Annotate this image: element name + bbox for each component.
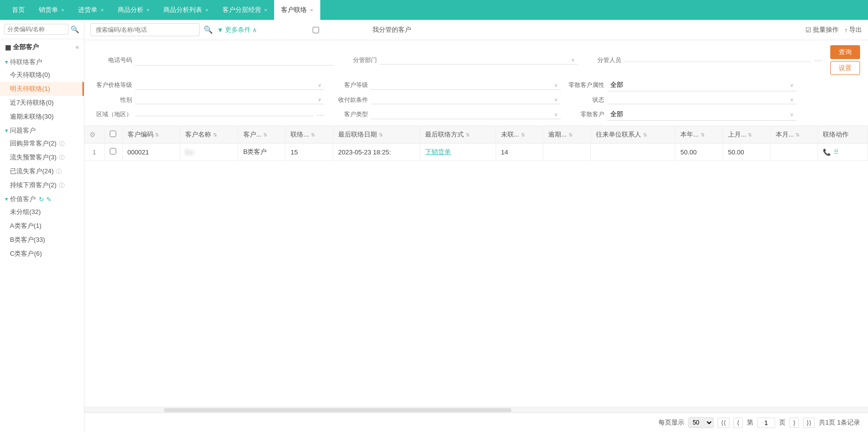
close-product-analysis-tab[interactable]: × (146, 7, 149, 13)
chevron-down-icon2: ∨ (318, 82, 321, 88)
filter-value-level-select[interactable]: ∨ (135, 81, 324, 90)
sidebar-search-area: 🔍 (0, 20, 84, 39)
action-phone-icon[interactable]: 📞 (823, 148, 831, 156)
sidebar-item-class-c[interactable]: C类客户(6) (0, 247, 84, 261)
filter-dept-select[interactable]: ∨ (380, 56, 578, 65)
row-checkbox[interactable] (110, 148, 116, 154)
filter-region-dots[interactable]: ··· (317, 111, 325, 119)
action-more-icon[interactable]: ⠿ (834, 148, 839, 156)
sidebar-item-repurchase[interactable]: 回购异常客户(2) ⓘ (0, 137, 84, 150)
filter-person-select[interactable] (624, 59, 811, 62)
close-customer-segment-tab[interactable]: × (264, 7, 267, 13)
sidebar-item-class-a[interactable]: A类客户(1) (0, 219, 84, 233)
prev-page-button[interactable]: ⟨ (733, 418, 743, 428)
row-contact-count: 15 (286, 144, 333, 161)
filter-row-1: 电话号码 分管部门 ∨ 分管人员 ··· (92, 45, 860, 75)
nav-home[interactable]: 首页 (5, 0, 32, 20)
sidebar-search-icon[interactable]: 🔍 (71, 25, 79, 33)
nav-purchase[interactable]: 进货单 × (71, 0, 110, 20)
scrollbar-thumb[interactable] (164, 408, 511, 412)
col-name[interactable]: 客户名称 (180, 126, 238, 144)
col-last-method[interactable]: 最后联络方式 (420, 126, 496, 144)
nav-customer-contact[interactable]: 客户联络 × (274, 0, 320, 20)
col-last-month[interactable]: 上月... (723, 126, 771, 144)
search-input[interactable] (90, 23, 200, 36)
filter-person-field: 分管人员 ··· (581, 56, 822, 65)
filter-customer-level-field: 客户等级 ∨ (328, 81, 560, 90)
filter-status-select[interactable]: ∨ (607, 95, 796, 104)
first-page-button[interactable]: ⟨⟨ (718, 418, 729, 428)
row-last-method[interactable]: 下销货单 (420, 144, 496, 161)
col-code[interactable]: 客户编码 (122, 126, 180, 144)
col-this-month[interactable]: 本月... (770, 126, 818, 144)
filter-customer-type-select[interactable]: ∨ (371, 110, 560, 119)
search-button[interactable]: 🔍 (204, 25, 213, 34)
nav-sales[interactable]: 销货单 × (32, 0, 71, 20)
per-page-label: 每页显示 (658, 418, 684, 427)
sidebar-item-today[interactable]: 今天待联络(0) (0, 68, 84, 82)
filter-action-buttons: 查询 设置 (830, 45, 860, 75)
close-product-list-tab[interactable]: × (205, 7, 208, 13)
sidebar-group-problem[interactable]: 问题客户 (0, 124, 84, 137)
filter-chevron-icon: ∧ (252, 26, 257, 34)
sidebar-item-tomorrow[interactable]: 明天待联络(1) (0, 82, 84, 96)
toolbar: 🔍 ▼ 更多条件 ∧ 我分管的客户 ☑ 批量操作 ↑ 导出 (84, 20, 868, 40)
close-sales-tab[interactable]: × (61, 7, 64, 13)
row-unlink-days: 14 (496, 144, 543, 161)
sidebar-item-lost[interactable]: 已流失客户(24) ⓘ (0, 164, 84, 178)
sidebar-item-ungrouped[interactable]: 未分组(32) (0, 205, 84, 219)
col-last-date[interactable]: 最后联络日期 (333, 126, 420, 144)
col-overdue[interactable]: 逾期... (543, 126, 591, 144)
filter-gender-select[interactable]: ∨ (135, 95, 324, 104)
row-actions-cell: 📞 ⠿ (818, 144, 868, 161)
sidebar-search-input[interactable] (4, 24, 69, 35)
filter-customer-level-select[interactable]: ∨ (371, 81, 560, 90)
sidebar-item-overdue[interactable]: 逾期未联络(30) (0, 110, 84, 124)
filter-more-button[interactable]: ▼ 更多条件 ∧ (217, 25, 257, 34)
filter-region-select[interactable] (135, 113, 313, 116)
bulk-ops-button[interactable]: ☑ 批量操作 (805, 25, 839, 34)
row-num: 1 (84, 144, 104, 161)
last-method-link[interactable]: 下销货单 (425, 148, 451, 155)
col-type[interactable]: 客户... (238, 126, 286, 144)
export-button[interactable]: ↑ 导出 (845, 25, 863, 34)
next-page-button[interactable]: ⟩ (790, 418, 799, 428)
reset-button[interactable]: 设置 (830, 61, 860, 75)
sidebar-item-churn-warning[interactable]: 流失预警客户(3) ⓘ (0, 150, 84, 164)
filter-phone-input[interactable] (135, 55, 333, 66)
nav-customer-segment[interactable]: 客户分层经营 × (216, 0, 274, 20)
filter-value-level-field: 客户价格等级 ∨ (92, 81, 324, 90)
filter-retail-customer-select[interactable]: 全部 ∨ (607, 108, 796, 121)
query-button[interactable]: 查询 (830, 45, 860, 59)
my-customers-checkbox-label[interactable]: 我分管的客户 (261, 25, 411, 34)
filter-payment-select[interactable]: ∨ (371, 95, 560, 104)
sidebar-item-declining[interactable]: 持续下滑客户(2) ⓘ (0, 178, 84, 192)
table-select-all[interactable] (110, 131, 116, 137)
filter-payment-field: 收付款条件 ∨ (328, 95, 560, 104)
col-year[interactable]: 本年... (675, 126, 723, 144)
nav-product-list[interactable]: 商品分析列表 × (156, 0, 215, 20)
last-page-button[interactable]: ⟩⟩ (803, 418, 815, 428)
table-settings-icon[interactable]: ⚙ (89, 131, 96, 139)
per-page-select[interactable]: 50 100 200 (688, 417, 714, 428)
customer-table: ⚙ 客户编码 客户名称 客户... (84, 126, 868, 161)
close-customer-contact-tab[interactable]: × (310, 7, 313, 13)
sidebar-item-7days[interactable]: 近7天待联络(0) (0, 96, 84, 110)
sidebar-all-customers[interactable]: ▦ 全部客户 « (0, 39, 84, 55)
col-contact[interactable]: 联络... (286, 126, 333, 144)
filter-status-field: 状态 ∨ (565, 95, 796, 104)
row-code: 000021 (122, 144, 180, 161)
filter-person-dots[interactable]: ··· (815, 56, 822, 64)
my-customers-checkbox[interactable] (261, 27, 370, 33)
page-number-input[interactable] (757, 418, 775, 428)
close-purchase-tab[interactable]: × (100, 7, 103, 13)
col-unlinkdays[interactable]: 未联... (496, 126, 543, 144)
nav-product-analysis[interactable]: 商品分析 × (111, 0, 156, 20)
filter-retail-attr-select[interactable]: 全部 ∨ (607, 79, 796, 91)
sidebar-group-value[interactable]: 价值客户 ↻ ✎ (0, 192, 84, 205)
table-row: 1 000021 Ea B类客户 15 2023-05-23 18:25: 下销… (84, 144, 868, 161)
sidebar-item-class-b[interactable]: B类客户(33) (0, 233, 84, 247)
col-contact-person[interactable]: 往来单位联系人 (591, 126, 675, 144)
sidebar-group-pending[interactable]: 待联络客户 (0, 55, 84, 68)
chevron-down-icon7: ∨ (790, 97, 794, 102)
